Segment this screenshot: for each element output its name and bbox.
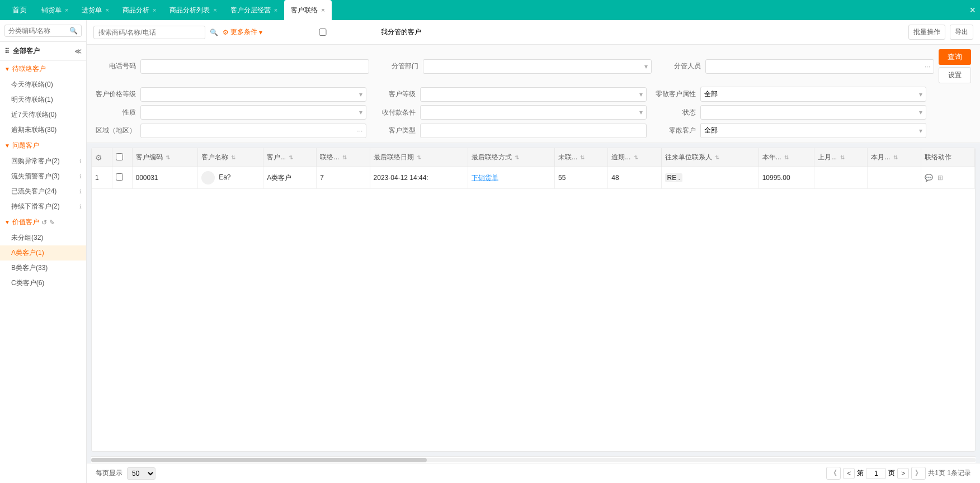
close-customer-contact-tab[interactable]: ×: [321, 7, 324, 13]
nav-tab-analysis[interactable]: 商品分析 ×: [116, 0, 163, 20]
customer-level-input[interactable]: ▾: [420, 87, 646, 102]
sidebar-item-class-b[interactable]: B类客户(33): [0, 261, 86, 276]
nav-tab-analysis-list[interactable]: 商品分析列表 ×: [163, 0, 223, 20]
filter-search-icon[interactable]: 🔍: [210, 29, 218, 36]
sort-last-method-icon[interactable]: ⇅: [515, 154, 519, 160]
collapse-icon[interactable]: ≪: [74, 48, 82, 55]
chat-action-icon[interactable]: 💬: [925, 174, 933, 182]
sort-name-icon[interactable]: ⇅: [231, 154, 235, 160]
sort-last-month-icon[interactable]: ⇅: [840, 154, 845, 160]
close-customer-mgmt-tab[interactable]: ×: [274, 7, 277, 13]
filter-bar: 🔍 ⚙ 更多条件 ▾ 我分管的客户 批量操作 导出: [87, 20, 980, 45]
next-page-btn[interactable]: >: [897, 468, 909, 479]
page-number-input[interactable]: [866, 468, 886, 479]
search-input[interactable]: [93, 26, 205, 39]
select-all-checkbox[interactable]: [116, 153, 123, 160]
col-overdue: 逾期... ⇅: [608, 148, 661, 167]
sidebar-item-class-c[interactable]: C类客户(6): [0, 276, 86, 291]
sidebar-item-today[interactable]: 今天待联络(0): [0, 77, 86, 92]
nav-tab-customer-contact[interactable]: 客户联络 ×: [284, 0, 331, 20]
person-input[interactable]: ···: [705, 59, 934, 74]
phone-input[interactable]: [140, 59, 369, 74]
first-page-btn[interactable]: 《: [826, 467, 841, 480]
sidebar-item-ungroup[interactable]: 未分组(32): [0, 230, 86, 245]
sort-overdue-icon[interactable]: ⇅: [634, 154, 638, 160]
content-area: 🔍 ⚙ 更多条件 ▾ 我分管的客户 批量操作 导出 电话号码: [87, 20, 980, 483]
filter-icon: ⚙: [223, 29, 229, 36]
sidebar-item-churn-warning[interactable]: 流失预警客户(3) ℹ: [0, 169, 86, 184]
filter-customer-level: 客户等级 ▾: [375, 87, 646, 102]
sort-last-date-icon[interactable]: ⇅: [417, 154, 421, 160]
sidebar-item-tomorrow[interactable]: 明天待联络(1): [0, 92, 86, 107]
my-customers-checkbox[interactable]: 我分管的客户: [267, 27, 421, 37]
query-btn[interactable]: 查询: [939, 49, 971, 65]
export-btn[interactable]: 导出: [950, 25, 973, 40]
col-this-month: 本月... ⇅: [868, 148, 921, 167]
status-arrow-icon: ▾: [919, 108, 922, 116]
close-purchase-tab[interactable]: ×: [105, 7, 109, 13]
sidebar-search-bar: 🔍: [0, 20, 86, 42]
sidebar-search-icon[interactable]: 🔍: [69, 27, 78, 35]
sort-contact-person-icon[interactable]: ⇅: [715, 154, 719, 160]
last-page-btn[interactable]: 》: [911, 467, 926, 480]
settings-btn[interactable]: 设置: [939, 67, 971, 83]
sort-contact-icon[interactable]: ⇅: [342, 154, 347, 160]
status-input[interactable]: ▾: [700, 105, 926, 120]
payment-input[interactable]: ▾: [420, 105, 646, 120]
contact-person-tag: RE .: [665, 173, 682, 182]
sidebar-item-declining[interactable]: 持续下滑客户(2) ℹ: [0, 199, 86, 214]
sidebar-section-value[interactable]: ▼ 价值客户 ↺ ✎: [0, 214, 86, 230]
per-page-select[interactable]: 50 100 200: [127, 467, 156, 480]
table-settings-icon[interactable]: ⚙: [95, 153, 102, 162]
sort-code-icon[interactable]: ⇅: [166, 154, 170, 160]
close-analysis-list-tab[interactable]: ×: [213, 7, 216, 13]
refresh-icon[interactable]: ↺: [41, 219, 47, 226]
cell-no-contact: 55: [555, 167, 608, 189]
sort-no-contact-icon[interactable]: ⇅: [580, 154, 585, 160]
dept-input[interactable]: ▾: [423, 59, 652, 74]
retail-attr-input[interactable]: 全部 ▾: [700, 87, 926, 102]
nav-tab-customer-mgmt[interactable]: 客户分层经营 ×: [224, 0, 284, 20]
cell-actions: 💬 ⊞: [921, 167, 974, 189]
close-sales-tab[interactable]: ×: [65, 7, 68, 13]
nav-tab-purchase[interactable]: 进货单 ×: [75, 0, 115, 20]
sidebar-item-repurchase-anomaly[interactable]: 回购异常客户(2) ℹ: [0, 154, 86, 169]
col-contact: 联络... ⇅: [317, 148, 370, 167]
grid-action-icon[interactable]: ⊞: [937, 174, 943, 182]
price-level-arrow-icon: ▾: [359, 91, 362, 98]
price-level-input[interactable]: ▾: [140, 87, 366, 102]
sort-this-month-icon[interactable]: ⇅: [893, 154, 898, 160]
my-customers-check[interactable]: [267, 29, 379, 36]
col-name: 客户名称 ⇅: [197, 148, 263, 167]
col-contact-person: 往来单位联系人 ⇅: [661, 148, 758, 167]
edit-icon[interactable]: ✎: [49, 219, 55, 226]
nav-tab-sales[interactable]: 销货单 ×: [35, 0, 75, 20]
col-last-month: 上月... ⇅: [814, 148, 868, 167]
horizontal-scrollbar[interactable]: [91, 456, 976, 463]
filter-retail: 零散客户 全部 ▾: [656, 123, 926, 138]
prev-page-btn[interactable]: <: [843, 468, 855, 479]
area-input[interactable]: ···: [140, 124, 366, 138]
sidebar-all-customers-header[interactable]: ⠿ 全部客户 ≪: [0, 42, 86, 61]
nature-input[interactable]: ▾: [140, 105, 366, 120]
close-analysis-tab[interactable]: ×: [153, 7, 156, 13]
sidebar-item-churned[interactable]: 已流失客户(24) ℹ: [0, 184, 86, 199]
col-code: 客户编码 ⇅: [132, 148, 197, 167]
row-checkbox[interactable]: [116, 173, 123, 181]
sort-this-year-icon[interactable]: ⇅: [784, 154, 789, 160]
batch-op-btn[interactable]: 批量操作: [908, 25, 945, 40]
more-conditions-btn[interactable]: ⚙ 更多条件 ▾: [223, 27, 262, 37]
sidebar-item-class-a[interactable]: A类客户(1): [0, 245, 86, 261]
sidebar-section-problem[interactable]: ▼ 问题客户: [0, 138, 86, 154]
sort-type-icon[interactable]: ⇅: [289, 154, 293, 160]
retail-input[interactable]: 全部 ▾: [700, 123, 926, 138]
filter-dept: 分管部门 ▾: [378, 59, 652, 74]
last-method-link[interactable]: 下销货单: [472, 174, 498, 182]
close-all-tabs[interactable]: ×: [969, 4, 976, 16]
sidebar-item-overdue[interactable]: 逾期未联络(30): [0, 122, 86, 138]
sidebar-item-7days[interactable]: 近7天待联络(0): [0, 107, 86, 122]
info-icon-declining: ℹ: [79, 203, 82, 210]
customer-type-input[interactable]: [420, 124, 646, 138]
sidebar-section-pending[interactable]: ▼ 待联络客户: [0, 61, 86, 77]
nav-home[interactable]: 首页: [4, 0, 35, 20]
